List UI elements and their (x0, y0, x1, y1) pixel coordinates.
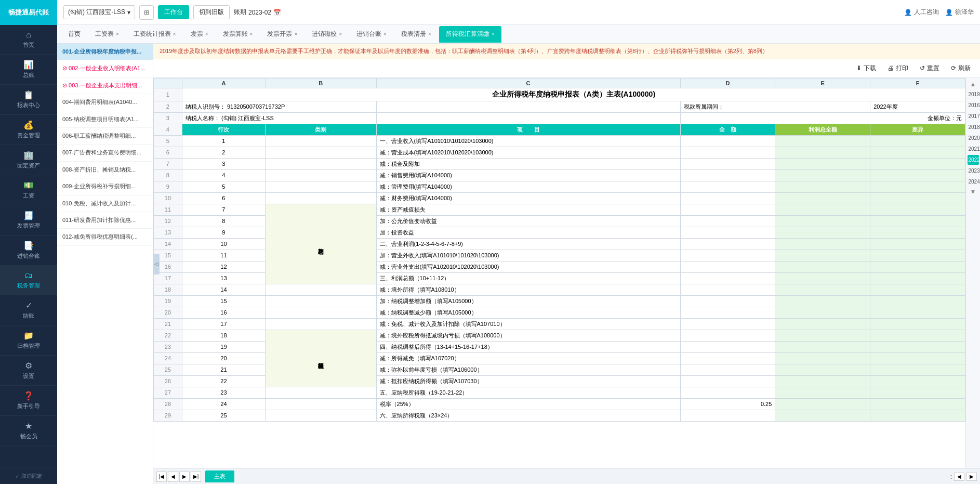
year-nav-down-btn[interactable]: ▼ (968, 188, 979, 196)
cell-xingci-10[interactable]: 10 (182, 238, 265, 250)
scroll-right-btn[interactable]: ▶ (966, 473, 977, 481)
cell-lirun-10[interactable] (775, 238, 870, 250)
cell-xiangmu-15[interactable]: 加：纳税调整增加额（填写A105000） (376, 295, 680, 307)
cell-xiangmu-13[interactable]: 三、利润总额（10+11-12） (376, 272, 680, 284)
cell-quane-18[interactable] (680, 330, 775, 341)
cell-xingci-12[interactable]: 12 (182, 261, 265, 272)
cell-chayi-19[interactable] (870, 341, 965, 352)
sidebar-item-member[interactable]: ★ 畅会员 (0, 416, 57, 446)
cell-quane-17[interactable] (680, 318, 775, 330)
company-selector[interactable]: (勾销) 江西服宝-LSS ▾ (63, 5, 135, 19)
cell-chayi-25[interactable] (870, 410, 965, 421)
cell-xingci-21[interactable]: 21 (182, 364, 265, 375)
print-btn[interactable]: 🖨 打印 (884, 62, 911, 74)
sidebar-item-report[interactable]: 📋 报表中心 (0, 85, 57, 115)
tab-invoice[interactable]: 发票 × (184, 26, 215, 43)
cell-lirun-21[interactable] (775, 364, 870, 375)
sub-nav-item-010[interactable]: 010-免税、减计收入及加计... (57, 195, 153, 212)
cell-chayi-5[interactable] (870, 181, 965, 192)
cancel-fixed-btn[interactable]: ↙ 取消固定 (0, 468, 57, 484)
year-btn-2019[interactable]: 2019 (968, 89, 979, 99)
close-tab-tax-table[interactable]: × (428, 31, 431, 37)
sidebar-item-funds[interactable]: 💰 资金管理 (0, 115, 57, 145)
close-tab-payroll-stats[interactable]: × (173, 31, 176, 37)
collapse-sub-nav-btn[interactable]: ◁ (153, 254, 160, 274)
close-tab-income-tax[interactable]: × (492, 31, 495, 37)
cell-xiangmu-21[interactable]: 减：弥补以前年度亏损（填写A106000） (376, 364, 680, 375)
cell-lirun-15[interactable] (775, 295, 870, 307)
year-btn-2024[interactable]: 2024 (968, 177, 979, 187)
cell-quane-7[interactable] (680, 204, 775, 215)
cell-lirun-4[interactable] (775, 169, 870, 181)
cell-xingci-3[interactable]: 3 (182, 158, 265, 169)
cell-xingci-8[interactable]: 8 (182, 215, 265, 227)
cell-xingci-7[interactable]: 7 (182, 204, 265, 215)
cell-chayi-7[interactable] (870, 204, 965, 215)
cell-lirun-17[interactable] (775, 318, 870, 330)
year-btn-2023[interactable]: 2023 (968, 166, 979, 176)
sidebar-item-settings[interactable]: ⚙ 设置 (0, 356, 57, 386)
cell-chayi-2[interactable] (870, 147, 965, 158)
cell-chayi-13[interactable] (870, 272, 965, 284)
cell-xingci-15[interactable]: 15 (182, 295, 265, 307)
sidebar-item-guide[interactable]: ❓ 新手引导 (0, 386, 57, 416)
sub-nav-item-008[interactable]: 008-资产折旧、摊销及纳税... (57, 162, 153, 178)
cell-lirun-5[interactable] (775, 181, 870, 192)
year-btn-2021[interactable]: 2021 (968, 144, 979, 154)
sheet-nav-next-btn[interactable]: ▶ (179, 472, 190, 482)
cell-xingci-2[interactable]: 2 (182, 147, 265, 158)
cell-quane-25[interactable] (680, 410, 775, 421)
cell-chayi-21[interactable] (870, 364, 965, 375)
cell-lirun-19[interactable] (775, 341, 870, 352)
cell-xiangmu-14[interactable]: 减：境外所得（填写A108010） (376, 284, 680, 295)
tab-payroll[interactable]: 工资表 × (88, 26, 126, 43)
cell-lirun-8[interactable] (775, 215, 870, 227)
close-tab-purchase-verify[interactable]: × (339, 31, 342, 37)
cell-chayi-23[interactable] (870, 387, 965, 398)
cell-xiangmu-25[interactable]: 六、应纳所得税额（23×24） (376, 410, 680, 421)
cell-xiangmu-7[interactable]: 减：资产减值损失 (376, 204, 680, 215)
cell-lirun-23[interactable] (775, 387, 870, 398)
sidebar-item-close[interactable]: ✓ 结账 (0, 295, 57, 325)
sheet-nav-first-btn[interactable]: |◀ (156, 472, 167, 482)
cell-xingci-5[interactable]: 5 (182, 181, 265, 192)
ai-consult-btn[interactable]: 👤 人工咨询 (904, 8, 939, 17)
cell-chayi-16[interactable] (870, 307, 965, 318)
cell-xiangmu-17[interactable]: 减：免税、减计收入及加计扣除（填写A107010） (376, 318, 680, 330)
cell-chayi-9[interactable] (870, 227, 965, 238)
cell-quane-22[interactable] (680, 375, 775, 387)
close-tab-invoice[interactable]: × (205, 31, 208, 37)
cell-xingci-22[interactable]: 22 (182, 375, 265, 387)
cell-lirun-18[interactable] (775, 330, 870, 341)
sub-nav-item-012[interactable]: 012-减免所得税优惠明细表(... (57, 229, 153, 245)
cell-chayi-11[interactable] (870, 250, 965, 261)
cell-chayi-20[interactable] (870, 352, 965, 364)
cell-xingci-11[interactable]: 11 (182, 250, 265, 261)
sheet-nav-last-btn[interactable]: ▶| (191, 472, 201, 482)
cell-xiangmu-12[interactable]: 减：营业外支出(填写A102010\102020\103000) (376, 261, 680, 272)
cell-xingci-6[interactable]: 6 (182, 192, 265, 204)
cell-chayi-15[interactable] (870, 295, 965, 307)
company-settings-btn[interactable]: ⊞ (139, 5, 154, 20)
sub-nav-item-002[interactable]: ⊘ 002-一般企业收入明细表(A1... (57, 60, 153, 77)
cell-quane-15[interactable] (680, 295, 775, 307)
cell-quane-5[interactable] (680, 181, 775, 192)
cell-quane-4[interactable] (680, 169, 775, 181)
cell-chayi-12[interactable] (870, 261, 965, 272)
tab-purchase-ledger[interactable]: 进销台账 × (350, 26, 393, 43)
year-btn-2017[interactable]: 2017 (968, 111, 979, 121)
cell-quane-2[interactable] (680, 147, 775, 158)
cell-lirun-1[interactable] (775, 135, 870, 147)
reset-btn[interactable]: ↺ 重置 (917, 62, 943, 74)
cell-lirun-7[interactable] (775, 204, 870, 215)
cell-lirun-22[interactable] (775, 375, 870, 387)
cell-xingci-16[interactable]: 16 (182, 307, 265, 318)
year-nav-up-btn[interactable]: ▲ (968, 80, 979, 88)
sub-nav-item-007[interactable]: 007-广告费和业务宣传费明细... (57, 145, 153, 161)
cell-xiangmu-3[interactable]: 减：税金及附加 (376, 158, 680, 169)
cell-xiangmu-4[interactable]: 减：销售费用(填写A104000) (376, 169, 680, 181)
tab-invoice-open[interactable]: 发票开票 × (260, 26, 304, 43)
cell-quane-21[interactable] (680, 364, 775, 375)
sidebar-item-assets[interactable]: 🏢 固定资产 (0, 145, 57, 175)
cell-quane-12[interactable] (680, 261, 775, 272)
